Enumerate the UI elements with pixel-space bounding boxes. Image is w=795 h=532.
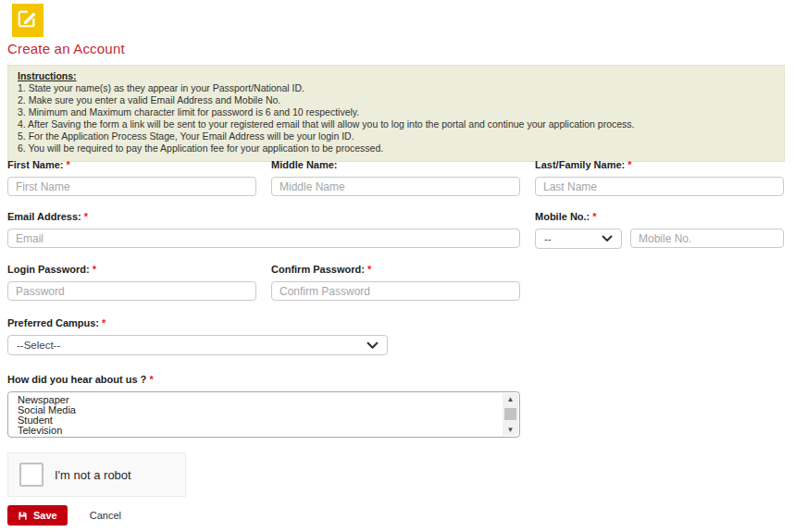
- campus-select[interactable]: --Select--: [7, 335, 388, 355]
- hear-about-row: How did you hear about us ? * Newspaper …: [7, 374, 788, 438]
- hear-about-field: How did you hear about us ? * Newspaper …: [7, 374, 520, 438]
- last-name-input[interactable]: [535, 177, 784, 196]
- save-button-label: Save: [33, 510, 57, 521]
- required-asterisk: *: [84, 211, 88, 222]
- hear-about-label: How did you hear about us ? *: [7, 374, 520, 386]
- mobile-group: --: [535, 229, 784, 249]
- instruction-line: 2. Make sure you enter a valid Email Add…: [18, 94, 775, 106]
- instruction-line: 5. For the Application Process Stage, Yo…: [18, 130, 775, 142]
- required-asterisk: *: [627, 159, 631, 170]
- required-asterisk: *: [592, 211, 596, 222]
- campus-select-value: --Select--: [17, 340, 60, 351]
- last-name-field: Last/Family Name: *: [535, 159, 784, 196]
- first-name-field: First Name: *: [7, 159, 256, 196]
- campus-field: Preferred Campus: * --Select--: [7, 317, 388, 355]
- required-asterisk: *: [367, 264, 371, 275]
- instructions-heading: Instructions:: [18, 70, 775, 82]
- middle-name-input[interactable]: [271, 177, 520, 196]
- mobile-number-input[interactable]: [630, 229, 784, 248]
- confirm-password-input[interactable]: [271, 281, 520, 301]
- required-asterisk: *: [93, 264, 96, 275]
- password-input[interactable]: [7, 281, 256, 301]
- label-text: Preferred Campus:: [7, 317, 99, 328]
- password-row: Login Password: * Confirm Password: *: [7, 264, 788, 301]
- form-actions: Save Cancel: [7, 505, 121, 526]
- campus-label: Preferred Campus: *: [7, 317, 388, 329]
- listbox-option[interactable]: Social Media: [18, 405, 501, 415]
- listbox-option[interactable]: Television: [18, 426, 501, 436]
- label-text: Last/Family Name:: [535, 159, 625, 170]
- required-asterisk: *: [149, 374, 153, 385]
- instruction-line: 1. State your name(s) as they appear in …: [18, 82, 775, 94]
- required-asterisk: *: [67, 159, 70, 170]
- mobile-code-value: --: [544, 233, 552, 244]
- instruction-line: 4. After Saving the form a link will be …: [18, 118, 775, 130]
- label-text: How did you hear about us ?: [7, 374, 146, 385]
- email-field: Email Address: *: [7, 211, 520, 249]
- label-text: Email Address:: [7, 211, 81, 222]
- contact-row: Email Address: * Mobile No.: * --: [7, 211, 788, 249]
- scrollbar-thumb[interactable]: [504, 408, 516, 420]
- label-text: Login Password:: [7, 264, 90, 275]
- last-name-label: Last/Family Name: *: [535, 159, 784, 171]
- label-text: Middle Name:: [271, 159, 338, 170]
- required-asterisk: *: [102, 317, 106, 328]
- chevron-down-icon: [366, 341, 379, 350]
- label-text: Mobile No.:: [535, 211, 590, 222]
- first-name-input[interactable]: [7, 177, 256, 196]
- save-disk-icon: [18, 511, 28, 521]
- name-row: First Name: * Middle Name: Last/Family N…: [7, 159, 788, 196]
- mobile-code-select[interactable]: --: [535, 229, 622, 249]
- mobile-label: Mobile No.: *: [535, 211, 784, 223]
- account-form: First Name: * Middle Name: Last/Family N…: [7, 159, 788, 438]
- hear-about-listbox[interactable]: Newspaper Social Media Student Televisio…: [7, 391, 520, 438]
- mobile-field: Mobile No.: * --: [535, 211, 784, 249]
- recaptcha-checkbox[interactable]: [19, 463, 43, 487]
- password-label: Login Password: *: [7, 264, 256, 276]
- confirm-password-label: Confirm Password: *: [271, 264, 520, 276]
- label-text: First Name:: [7, 159, 64, 170]
- middle-name-field: Middle Name:: [271, 159, 520, 196]
- recaptcha-widget: I'm not a robot: [7, 452, 186, 497]
- cancel-link[interactable]: Cancel: [90, 510, 121, 521]
- first-name-label: First Name: *: [7, 159, 256, 171]
- scroll-up-icon[interactable]: ▲: [503, 393, 518, 405]
- email-input[interactable]: [7, 229, 520, 248]
- password-field: Login Password: *: [7, 264, 256, 301]
- email-label: Email Address: *: [7, 211, 520, 223]
- confirm-password-field: Confirm Password: *: [271, 264, 520, 301]
- listbox-option[interactable]: Newspaper: [18, 395, 501, 405]
- edit-icon-glyph: [17, 8, 37, 29]
- recaptcha-label: I'm not a robot: [55, 468, 131, 482]
- middle-name-label: Middle Name:: [271, 159, 520, 171]
- listbox-option[interactable]: Student: [18, 415, 501, 426]
- instructions-panel: Instructions: 1. State your name(s) as t…: [7, 65, 785, 162]
- save-button[interactable]: Save: [7, 505, 68, 526]
- scroll-down-icon[interactable]: ▼: [503, 424, 518, 436]
- instruction-line: 3. Minimum and Maximum character limit f…: [18, 106, 775, 118]
- listbox-scrollbar[interactable]: ▲ ▼: [503, 393, 518, 436]
- listbox-option[interactable]: Website: [18, 436, 501, 438]
- instruction-line: 6. You will be required to pay the Appli…: [18, 142, 775, 155]
- page-title: Create an Account: [7, 41, 125, 56]
- chevron-down-icon: [602, 235, 613, 242]
- campus-row: Preferred Campus: * --Select--: [7, 317, 788, 355]
- label-text: Confirm Password:: [271, 264, 365, 275]
- edit-icon: [12, 4, 43, 37]
- create-account-page: Create an Account Instructions: 1. State…: [0, 0, 795, 532]
